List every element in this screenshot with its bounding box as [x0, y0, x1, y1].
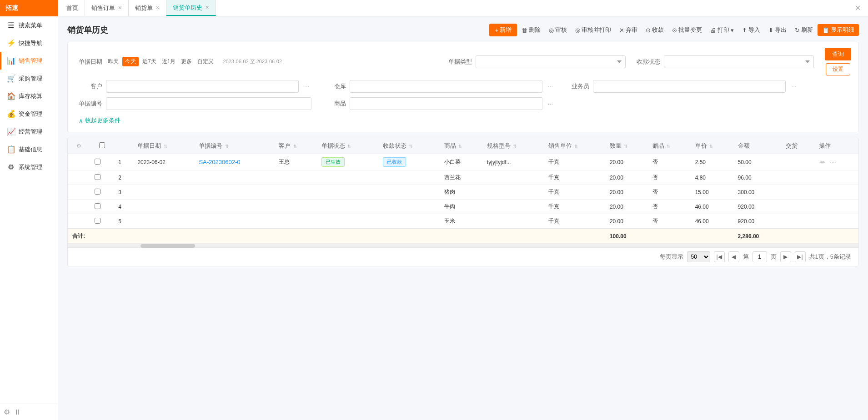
goods-dots-btn[interactable]: ··· [546, 100, 555, 107]
col-date[interactable]: 单据日期 ⇅ [133, 138, 194, 154]
scrollbar-thumb[interactable] [140, 244, 195, 248]
row-checkbox-cell[interactable] [90, 170, 114, 185]
sidebar-item-sales-mgmt[interactable]: 📊 销售管理 [0, 52, 58, 70]
col-gift-sort[interactable]: ⇅ [667, 144, 670, 149]
select-all-checkbox[interactable] [99, 142, 105, 148]
tab-sales-order-close[interactable]: ✕ [118, 5, 122, 11]
delete-button[interactable]: 🗑 删除 [518, 24, 544, 36]
col-customer[interactable]: 客户 ⇅ [274, 138, 317, 154]
tab-sales-history-close[interactable]: ✕ [205, 5, 209, 10]
next-page-btn[interactable]: ▶ [780, 251, 791, 262]
row-checkbox[interactable] [95, 159, 100, 165]
filter-doc-no-input[interactable] [106, 97, 311, 110]
sidebar-item-ops-mgmt[interactable]: 📈 经营管理 [0, 123, 58, 140]
page-size-select[interactable]: 50 100 [687, 251, 710, 262]
batch-change-button[interactable]: ⊙ 批量变更 [668, 24, 706, 36]
row-more-btn[interactable]: ⋯ [828, 159, 838, 166]
date-shortcut-7days[interactable]: 近7天 [140, 57, 158, 66]
col-gift[interactable]: 赠品 ⇅ [648, 138, 691, 154]
row-edit-btn[interactable]: ✏ [819, 159, 827, 166]
row-doc-no-link[interactable]: SA-20230602-0 [199, 159, 240, 165]
col-price[interactable]: 单价 ⇅ [691, 138, 733, 154]
first-page-btn[interactable]: |◀ [714, 251, 725, 262]
tab-sales-history[interactable]: 销货单历史 ✕ [166, 0, 216, 16]
col-doc-no-sort[interactable]: ⇅ [225, 144, 229, 149]
sales-rep-dots-btn[interactable]: ··· [789, 83, 798, 90]
print-button[interactable]: 🖨 打印 ▾ [707, 24, 738, 36]
sidebar-settings-btn[interactable]: ⚙ [4, 408, 10, 416]
row-checkbox[interactable] [95, 174, 100, 180]
col-customer-sort[interactable]: ⇅ [293, 144, 297, 149]
show-detail-button[interactable]: 📋 显示明细 [818, 24, 859, 36]
row-settings-cell [68, 154, 90, 170]
warehouse-dots-btn[interactable]: ··· [546, 83, 555, 90]
col-checkbox[interactable] [90, 138, 114, 154]
col-doc-status[interactable]: 单据状态 ⇅ [317, 138, 378, 154]
date-shortcut-yesterday[interactable]: 昨天 [106, 57, 120, 66]
date-shortcut-today[interactable]: 今天 [122, 57, 139, 66]
last-page-btn[interactable]: ▶| [795, 251, 806, 262]
tab-sales-order[interactable]: 销售订单 ✕ [85, 0, 129, 16]
refresh-button[interactable]: ↻ 刷新 [791, 24, 817, 36]
review-print-button[interactable]: ◎ 审核并打印 [572, 24, 615, 36]
col-goods-sort[interactable]: ⇅ [458, 144, 462, 149]
prev-page-btn[interactable]: ◀ [728, 251, 739, 262]
row-checkbox[interactable] [95, 203, 100, 209]
col-spec[interactable]: 规格型号 ⇅ [482, 138, 544, 154]
col-doc-status-sort[interactable]: ⇅ [347, 144, 351, 149]
col-unit[interactable]: 销售单位 ⇅ [544, 138, 605, 154]
abandon-button[interactable]: ✕ 弃审 [616, 24, 641, 36]
row-doc-no-cell[interactable]: SA-20230602-0 [194, 154, 274, 170]
filter-customer-input[interactable] [106, 80, 299, 93]
collect-button[interactable]: ⊙ 收款 [642, 24, 667, 36]
filter-sales-rep-input[interactable] [593, 80, 786, 93]
filter-doc-type-select[interactable] [476, 55, 626, 68]
col-price-sort[interactable]: ⇅ [709, 144, 713, 149]
export-button[interactable]: ⬇ 导出 [765, 24, 790, 36]
col-qty[interactable]: 数量 ⇅ [605, 138, 648, 154]
col-settings[interactable]: ⚙ [68, 138, 90, 154]
customer-dots-btn[interactable]: ··· [302, 83, 311, 90]
col-doc-no[interactable]: 单据编号 ⇅ [194, 138, 274, 154]
date-shortcut-more[interactable]: 更多 [179, 57, 194, 66]
sidebar-item-sys-mgmt[interactable]: ⚙ 系统管理 [0, 158, 58, 176]
sidebar-item-search-menu[interactable]: ☰ 搜索菜单 [0, 16, 58, 34]
col-spec-sort[interactable]: ⇅ [513, 144, 517, 149]
import-button[interactable]: ⬆ 导入 [738, 24, 764, 36]
row-checkbox[interactable] [95, 189, 100, 195]
sidebar-item-funds-mgmt[interactable]: 💰 资金管理 [0, 105, 58, 123]
page-input[interactable]: 1 [753, 251, 767, 262]
horizontal-scrollbar[interactable] [68, 244, 858, 247]
sidebar-collapse-btn[interactable]: ⏸ [14, 408, 21, 416]
col-goods[interactable]: 商品 ⇅ [440, 138, 482, 154]
filter-warehouse-input[interactable] [350, 80, 542, 93]
sidebar-item-inventory-calc[interactable]: 🏠 库存核算 [0, 87, 58, 105]
row-checkbox-cell[interactable] [90, 200, 114, 214]
filter-pay-status-select[interactable] [664, 55, 814, 68]
sidebar-item-basic-info[interactable]: 📋 基础信息 [0, 140, 58, 158]
query-button[interactable]: 查询 [825, 48, 851, 60]
date-shortcut-1month[interactable]: 近1月 [160, 57, 178, 66]
review-button[interactable]: ◎ 审核 [545, 24, 571, 36]
table-header: ⚙ 单据日期 ⇅ 单据编号 ⇅ 客户 ⇅ [68, 138, 858, 154]
col-unit-sort[interactable]: ⇅ [574, 144, 578, 149]
row-checkbox-cell[interactable] [90, 154, 114, 170]
tab-sales-shipment[interactable]: 销货单 ✕ [129, 0, 166, 16]
sidebar-item-purchase-mgmt[interactable]: 🛒 采购管理 [0, 70, 58, 87]
row-checkbox-cell[interactable] [90, 214, 114, 229]
tab-home[interactable]: 首页 [60, 0, 85, 16]
sidebar-item-quick-nav[interactable]: ⚡ 快捷导航 [0, 34, 58, 52]
set-button[interactable]: 设置 [826, 63, 850, 75]
filter-goods-input[interactable] [350, 97, 542, 110]
tab-bar-close-all[interactable]: ✕ [849, 4, 866, 12]
add-button[interactable]: + 新增 [489, 24, 517, 36]
col-qty-sort[interactable]: ⇅ [624, 144, 627, 149]
col-pay-status-sort[interactable]: ⇅ [409, 144, 412, 149]
row-checkbox[interactable] [95, 218, 100, 224]
date-shortcut-custom[interactable]: 自定义 [196, 57, 216, 66]
collapse-btn[interactable]: ∧ 收起更多条件 [75, 115, 124, 126]
col-date-sort[interactable]: ⇅ [164, 144, 167, 149]
tab-sales-shipment-close[interactable]: ✕ [156, 5, 160, 11]
row-checkbox-cell[interactable] [90, 185, 114, 200]
col-pay-status[interactable]: 收款状态 ⇅ [378, 138, 440, 154]
